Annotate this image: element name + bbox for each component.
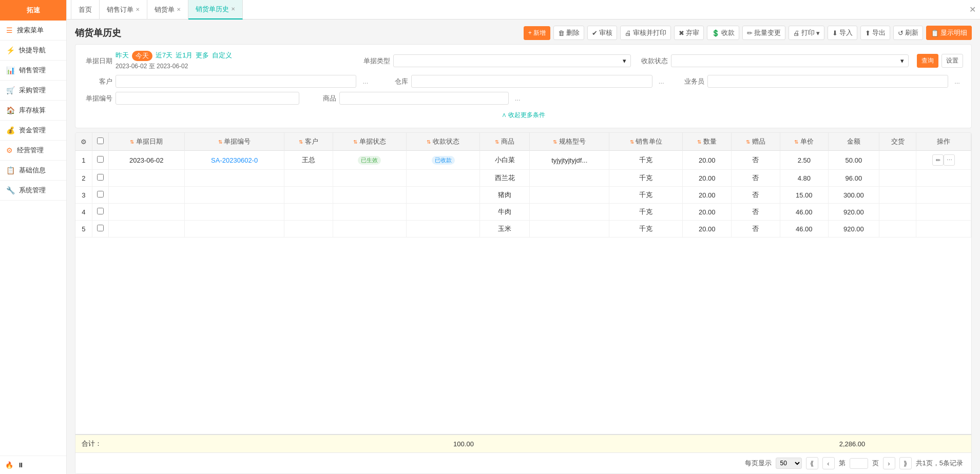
first-page-btn[interactable]: ⟪ [806,457,818,469]
pause-icon[interactable]: ⏸ [17,461,24,469]
refresh-button[interactable]: ↺ 刷新 [893,26,923,40]
col-settings[interactable]: ⚙ [75,133,92,151]
col-gift[interactable]: ⇅ 赠品 [731,133,780,151]
import-button[interactable]: ⬇ 导入 [828,26,857,40]
quick-nav-icon: ⚡ [6,46,15,54]
salesperson-input[interactable] [707,75,948,88]
cell-unit-price: 2.50 [780,151,829,170]
col-quantity[interactable]: ⇅ 数量 [683,133,732,151]
audit-print-button[interactable]: 🖨 审核并打印 [620,26,671,40]
sidebar-item-system-mgmt[interactable]: 🔧 系统管理 [0,181,66,201]
query-button[interactable]: 查询 [917,54,938,68]
warehouse-ellipsis[interactable]: ... [656,76,667,86]
col-unit-price[interactable]: ⇅ 单价 [780,133,829,151]
select-all-checkbox[interactable] [97,137,104,144]
payment-status-select[interactable]: ▾ [671,54,909,67]
cell-amount: 920.00 [829,204,879,221]
col-transaction[interactable]: 交货 [879,133,916,151]
cell-spec [530,170,609,187]
abandon-button[interactable]: ✖ 弃审 [674,26,704,40]
cell-checkbox[interactable] [92,221,108,238]
shortcut-1month[interactable]: 近1月 [176,51,193,61]
row-checkbox[interactable] [97,174,104,181]
filter-row-3: 单据编号 商品 ... [84,92,963,105]
customer-ellipsis[interactable]: ... [359,76,371,86]
warehouse-input[interactable] [411,75,652,88]
cell-checkbox[interactable] [92,170,108,187]
tab-bar: 首页 销售订单 ✕ 销货单 ✕ 销货单历史 ✕ ✕ [67,0,980,19]
sort-icon: ⇅ [553,139,557,145]
col-payment-status[interactable]: ⇅ 收款状态 [406,133,479,151]
next-page-btn[interactable]: › [883,457,895,469]
shortcut-custom[interactable]: 自定义 [212,51,232,61]
doc-type-select[interactable]: ▾ [393,54,631,67]
filter-payment-status: 收款状态 ▾ [639,54,909,67]
audit-button[interactable]: ✔ 审核 [587,26,617,40]
show-detail-button[interactable]: 📋 显示明细 [926,26,972,40]
goods-input[interactable] [339,92,508,105]
delete-button[interactable]: 🗑 删除 [553,26,584,40]
cell-checkbox[interactable] [92,187,108,204]
doc-no-link[interactable]: SA-20230602-0 [211,156,258,164]
cell-checkbox[interactable] [92,204,108,221]
collect-button[interactable]: 💲 收款 [707,26,739,40]
data-table: ⚙ ⇅ 单据日期 ⇅ 单据编号 [75,133,971,238]
add-button[interactable]: + 新增 [524,26,550,40]
row-checkbox[interactable] [97,208,104,214]
prev-page-btn[interactable]: ‹ [822,457,835,469]
export-button[interactable]: ⬆ 导出 [860,26,890,40]
col-spec[interactable]: ⇅ 规格型号 [530,133,609,151]
col-amount[interactable]: 金额 [829,133,879,151]
col-doc-no[interactable]: ⇅ 单据编号 [184,133,284,151]
window-close-btn[interactable]: ✕ [969,5,976,14]
shortcut-today[interactable]: 今天 [132,51,152,61]
dropdown-icon: ▾ [623,57,626,65]
col-checkbox[interactable] [92,133,108,151]
sidebar-item-inventory[interactable]: 🏠 库存核算 [0,101,66,121]
sidebar-item-purchase-mgmt[interactable]: 🛒 采购管理 [0,81,66,101]
collapse-button[interactable]: ∧ 收起更多条件 [84,109,963,122]
edit-btn[interactable]: ✏ [932,154,944,166]
cell-checkbox[interactable] [92,151,108,170]
col-customer[interactable]: ⇅ 客户 [284,133,333,151]
sidebar-item-sales-mgmt[interactable]: 📊 销售管理 [0,61,66,81]
tab-sales-history-close[interactable]: ✕ [231,6,235,12]
row-checkbox[interactable] [97,225,104,231]
tab-sales-order[interactable]: 销售订单 ✕ [100,0,147,19]
page-input[interactable]: 1 [850,458,868,469]
doc-no-input[interactable] [116,92,299,105]
print-button[interactable]: 🖨 打印 ▾ [789,26,824,40]
tab-sales-goods[interactable]: 销货单 ✕ [147,0,188,19]
sidebar-item-quick-nav[interactable]: ⚡ 快捷导航 [0,41,66,61]
shortcut-7days[interactable]: 近7天 [156,51,172,61]
row-checkbox[interactable] [97,191,104,198]
tab-sales-history[interactable]: 销货单历史 ✕ [188,0,243,19]
sidebar-item-fund-mgmt[interactable]: 💰 资金管理 [0,121,66,141]
cell-doc-no [184,187,284,204]
col-doc-status[interactable]: ⇅ 单据状态 [333,133,406,151]
tab-home[interactable]: 首页 [71,0,100,19]
page-size-select[interactable]: 50 20 100 [776,458,802,469]
fire-icon[interactable]: 🔥 [5,461,13,469]
tab-sales-order-close[interactable]: ✕ [136,7,140,12]
tab-sales-goods-close[interactable]: ✕ [177,7,181,12]
cell-unit-price: 4.80 [780,170,829,187]
goods-ellipsis[interactable]: ... [512,93,524,103]
sidebar-item-ops-mgmt[interactable]: ⚙ 经营管理 [0,141,66,161]
shortcut-yesterday[interactable]: 昨天 [116,51,129,61]
col-goods[interactable]: ⇅ 商品 [480,133,530,151]
sidebar-item-search-menu[interactable]: ☰ 搜索菜单 [0,21,66,41]
customer-input[interactable] [116,75,356,88]
sidebar-item-basic-info[interactable]: 📋 基础信息 [0,161,66,181]
col-doc-date[interactable]: ⇅ 单据日期 [108,133,184,151]
more-btn[interactable]: ⋯ [944,154,955,166]
salesperson-ellipsis[interactable]: ... [951,76,963,86]
batch-change-button[interactable]: ✏ 批量变更 [742,26,785,40]
shortcut-more[interactable]: 更多 [196,51,209,61]
row-checkbox[interactable] [97,156,104,163]
cell-unit-price: 46.00 [780,204,829,221]
settings-button[interactable]: 设置 [941,54,963,68]
toolbar: + 新增 🗑 删除 ✔ 审核 🖨 审核并打印 ✖ 弃审 [524,26,972,40]
last-page-btn[interactable]: ⟫ [899,457,912,469]
col-sales-unit[interactable]: ⇅ 销售单位 [609,133,683,151]
